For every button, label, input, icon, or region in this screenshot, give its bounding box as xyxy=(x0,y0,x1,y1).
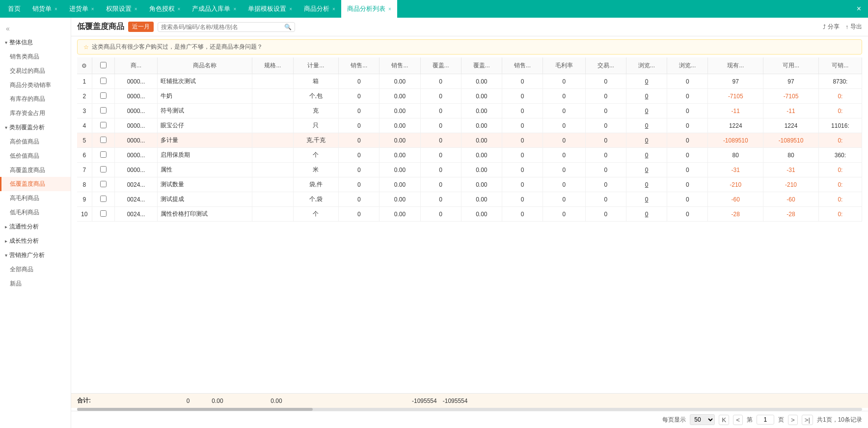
sidebar-item-traded-goods[interactable]: 交易过的商品 xyxy=(0,64,71,78)
sidebar-group-overall[interactable]: ▾ 整体信息 xyxy=(0,35,71,50)
nav-tab-roles[interactable]: 角色授权 × xyxy=(143,0,187,18)
nav-tab-home[interactable]: 首页 xyxy=(2,0,27,18)
row-browse1[interactable]: 0 xyxy=(626,133,667,148)
sidebar-group-category[interactable]: ▾ 类别覆盖分析 xyxy=(0,120,71,135)
row-select-checkbox[interactable] xyxy=(100,181,107,187)
per-page-select[interactable]: 50 20 100 xyxy=(690,414,715,425)
share-button[interactable]: ⤴ 分享 xyxy=(823,23,840,31)
sidebar-item-new-goods[interactable]: 新品 xyxy=(0,277,71,291)
row-checkbox[interactable] xyxy=(92,192,114,207)
nav-tab-analysis-list[interactable]: 商品分析列表 × xyxy=(341,0,397,18)
table-row: 9 0024... 测试提成 个,袋 0 0.00 0 0.00 0 0 0 0… xyxy=(77,192,862,207)
nav-tab-analysis[interactable]: 商品分析 × xyxy=(298,0,341,18)
table-container[interactable]: ⚙ 商... 商品名称 规格... 计量... 销售... 销售... 覆盖..… xyxy=(71,57,868,393)
last-page-button[interactable]: >| xyxy=(802,415,813,425)
row-browse1[interactable]: 0 xyxy=(626,104,667,118)
row-checkbox[interactable] xyxy=(92,89,114,104)
row-browse1[interactable]: 0 xyxy=(626,192,667,207)
sidebar-item-category-dynamics[interactable]: 商品分类动销率 xyxy=(0,78,71,92)
row-select-checkbox[interactable] xyxy=(100,137,107,143)
row-checkbox[interactable] xyxy=(92,118,114,133)
page-number-input[interactable] xyxy=(757,415,774,425)
row-browse1[interactable]: 0 xyxy=(626,118,667,133)
row-num: 6 xyxy=(77,148,92,163)
row-checkbox[interactable] xyxy=(92,74,114,89)
row-select-checkbox[interactable] xyxy=(100,107,107,114)
row-checkbox[interactable] xyxy=(92,148,114,163)
nav-tab-permissions[interactable]: 权限设置 × xyxy=(100,0,143,18)
row-sales-amount: 0.00 xyxy=(380,192,420,207)
row-name: 符号测试 xyxy=(158,104,252,118)
row-browse1[interactable]: 0 xyxy=(626,207,667,222)
close-icon[interactable]: × xyxy=(178,6,181,12)
row-select-checkbox[interactable] xyxy=(100,122,107,128)
close-icon[interactable]: × xyxy=(289,6,292,12)
row-transaction: 0 xyxy=(585,163,626,177)
sidebar-item-inventory-capital[interactable]: 库存资金占用 xyxy=(0,106,71,120)
sidebar-item-low-coverage[interactable]: 低覆盖度商品 xyxy=(0,177,71,191)
select-all-checkbox[interactable] xyxy=(100,62,107,68)
row-select-checkbox[interactable] xyxy=(100,210,107,217)
row-browse1[interactable]: 0 xyxy=(626,89,667,104)
close-icon[interactable]: × xyxy=(332,6,335,12)
sidebar-item-low-profit[interactable]: 低毛利商品 xyxy=(0,205,71,220)
sidebar-item-low-value[interactable]: 低价值商品 xyxy=(0,149,71,163)
sidebar-group-marketing[interactable]: ▾ 营销推广分析 xyxy=(0,248,71,262)
window-close-button[interactable]: × xyxy=(852,4,866,13)
row-browse2: 0 xyxy=(667,133,708,148)
sidebar-group-growth[interactable]: ▸ 成长性分析 xyxy=(0,234,71,248)
th-checkbox[interactable] xyxy=(92,57,114,74)
row-checkbox[interactable] xyxy=(92,207,114,222)
row-select-checkbox[interactable] xyxy=(100,78,107,84)
prev-page-button[interactable]: < xyxy=(733,415,743,425)
close-icon[interactable]: × xyxy=(54,6,57,12)
nav-tab-template[interactable]: 单据模板设置 × xyxy=(242,0,298,18)
row-sales-days: 0 xyxy=(502,148,542,163)
row-checkbox[interactable] xyxy=(92,177,114,192)
close-icon[interactable]: × xyxy=(388,6,391,12)
row-select-checkbox[interactable] xyxy=(100,196,107,202)
table-row: 1 0000... 旺辅批次测试 箱 0 0.00 0 0.00 0 0 0 0… xyxy=(77,74,862,89)
close-icon[interactable]: × xyxy=(135,6,137,12)
nav-tab-sales[interactable]: 销货单 × xyxy=(27,0,63,18)
sidebar-collapse-button[interactable]: « xyxy=(4,25,12,32)
row-browse1[interactable]: 0 xyxy=(626,148,667,163)
search-icon[interactable]: 🔍 xyxy=(284,24,292,30)
sidebar-item-all-goods[interactable]: 全部商品 xyxy=(0,262,71,277)
period-button[interactable]: 近一月 xyxy=(128,22,154,32)
row-sales-qty: 0 xyxy=(339,192,380,207)
export-button[interactable]: ↑ 导出 xyxy=(845,23,862,31)
row-name: 眼宝公仔 xyxy=(158,118,252,133)
row-cover-count: 0 xyxy=(420,133,461,148)
sidebar-item-sales-goods[interactable]: 销售类商品 xyxy=(0,50,71,64)
close-icon[interactable]: × xyxy=(91,6,94,12)
nav-tab-purchase[interactable]: 进货单 × xyxy=(63,0,100,18)
row-sellable: 0: xyxy=(818,89,862,104)
sidebar-item-high-value[interactable]: 高价值商品 xyxy=(0,135,71,149)
row-available: -11 xyxy=(763,104,819,118)
next-page-button[interactable]: > xyxy=(788,415,798,425)
row-available: 80 xyxy=(763,148,819,163)
row-checkbox[interactable] xyxy=(92,163,114,177)
search-input[interactable] xyxy=(161,24,282,30)
row-sales-amount: 0.00 xyxy=(380,118,420,133)
row-browse1[interactable]: 0 xyxy=(626,177,667,192)
nav-tab-product-entry[interactable]: 产成品入库单 × xyxy=(186,0,242,18)
sidebar-item-high-coverage[interactable]: 高覆盖度商品 xyxy=(0,163,71,177)
row-checkbox[interactable] xyxy=(92,133,114,148)
row-select-checkbox[interactable] xyxy=(100,166,107,172)
row-browse1[interactable]: 0 xyxy=(626,74,667,89)
close-icon[interactable]: × xyxy=(233,6,236,12)
sidebar-item-high-profit[interactable]: 高毛利商品 xyxy=(0,191,71,205)
sidebar-item-stocked-goods[interactable]: 有库存的商品 xyxy=(0,92,71,106)
th-settings[interactable]: ⚙ xyxy=(77,57,92,74)
row-transaction: 0 xyxy=(585,89,626,104)
row-select-checkbox[interactable] xyxy=(100,151,107,158)
sidebar-group-liquidity[interactable]: ▸ 流通性分析 xyxy=(0,220,71,234)
row-select-checkbox[interactable] xyxy=(100,92,107,99)
row-browse1[interactable]: 0 xyxy=(626,163,667,177)
first-page-button[interactable]: K xyxy=(719,415,729,425)
row-unit: 克,千克 xyxy=(293,133,339,148)
row-checkbox[interactable] xyxy=(92,104,114,118)
row-sales-amount: 0.00 xyxy=(380,104,420,118)
